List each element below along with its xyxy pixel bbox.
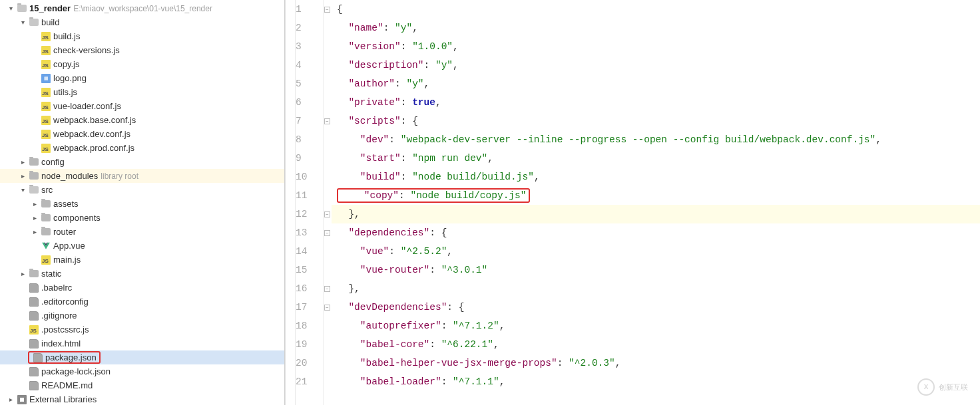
chevron-right-icon[interactable]: ▸ bbox=[17, 270, 28, 277]
code-token: "webpack-dev-server --inline --progress … bbox=[401, 134, 876, 145]
code-token: : bbox=[429, 339, 441, 350]
code-line[interactable]: "author": "y", bbox=[332, 74, 980, 93]
watermark-logo-icon: X bbox=[917, 378, 935, 396]
folder-icon bbox=[40, 228, 52, 235]
code-token: : { bbox=[401, 116, 418, 126]
tree-item-main-js[interactable]: JSmain.js bbox=[0, 253, 284, 267]
code-line[interactable]: }, bbox=[332, 205, 980, 223]
js-file-icon: JS bbox=[40, 144, 52, 153]
tree-item-components[interactable]: ▸components bbox=[0, 211, 284, 225]
tree-item-readme-md[interactable]: README.md bbox=[0, 378, 284, 392]
tree-item-label: copy.js bbox=[53, 59, 80, 69]
code-token bbox=[337, 227, 348, 238]
tree-item-webpack-prod-conf-js[interactable]: JSwebpack.prod.conf.js bbox=[0, 141, 284, 155]
code-line[interactable]: "devDependencies": { bbox=[332, 298, 980, 317]
fold-cell bbox=[324, 168, 332, 186]
tree-item--postcssrc-js[interactable]: JS.postcssrc.js bbox=[0, 323, 284, 337]
fold-gutter[interactable]: −−−−−− bbox=[324, 0, 332, 405]
tree-item-build[interactable]: ▾build bbox=[0, 15, 284, 29]
fold-toggle-icon[interactable]: − bbox=[324, 211, 330, 217]
code-line[interactable]: "name": "y", bbox=[332, 19, 980, 37]
code-line[interactable]: "babel-loader": "^7.1.1", bbox=[332, 372, 980, 391]
chevron-down-icon[interactable]: ▾ bbox=[17, 19, 28, 26]
code-token: "build" bbox=[360, 172, 401, 182]
code-line[interactable]: "copy": "node build/copy.js" bbox=[332, 186, 980, 205]
file-icon bbox=[28, 311, 40, 321]
fold-toggle-icon[interactable]: − bbox=[324, 118, 330, 124]
code-line[interactable]: }, bbox=[332, 279, 980, 298]
fold-toggle-icon[interactable]: − bbox=[324, 305, 330, 311]
tree-item-label: static bbox=[41, 269, 61, 279]
code-line[interactable]: "build": "node build/build.js", bbox=[332, 168, 980, 186]
tree-item-vue-loader-conf-js[interactable]: JSvue-loader.conf.js bbox=[0, 99, 284, 113]
code-line[interactable]: "version": "1.0.0", bbox=[332, 37, 980, 56]
chevron-right-icon[interactable]: ▸ bbox=[29, 200, 40, 207]
tree-item-build-js[interactable]: JSbuild.js bbox=[0, 29, 284, 43]
tree-item-utils-js[interactable]: JSutils.js bbox=[0, 85, 284, 99]
code-token: : bbox=[399, 190, 410, 201]
code-line[interactable]: "babel-core": "^6.22.1", bbox=[332, 335, 980, 354]
tree-item-webpack-base-conf-js[interactable]: JSwebpack.base.conf.js bbox=[0, 113, 284, 127]
fold-cell: − bbox=[324, 0, 332, 19]
code-token: "babel-loader" bbox=[360, 376, 441, 387]
tree-item--gitignore[interactable]: .gitignore bbox=[0, 309, 284, 323]
tree-item-index-html[interactable]: index.html bbox=[0, 337, 284, 350]
code-line[interactable]: "start": "npm run dev", bbox=[332, 149, 980, 168]
tree-item-check-versions-js[interactable]: JScheck-versions.js bbox=[0, 43, 284, 57]
code-token: : bbox=[557, 358, 569, 368]
tree-item-app-vue[interactable]: App.vue bbox=[0, 239, 284, 253]
code-line[interactable]: "private": true, bbox=[332, 93, 980, 112]
tree-item-assets[interactable]: ▸assets bbox=[0, 197, 284, 211]
path-hint: E:\miaov_workspace\01-vue\15_render bbox=[73, 4, 212, 13]
code-token: "description" bbox=[348, 60, 423, 70]
code-token: "y" bbox=[435, 60, 453, 70]
folder-icon bbox=[28, 270, 40, 277]
code-line[interactable]: "autoprefixer": "^7.1.2", bbox=[332, 317, 980, 335]
code-line[interactable]: "dependencies": { bbox=[332, 223, 980, 242]
code-area[interactable]: { "name": "y", "version": "1.0.0", "desc… bbox=[332, 0, 980, 405]
code-token: : bbox=[383, 23, 395, 33]
code-token bbox=[337, 153, 360, 164]
fold-toggle-icon[interactable]: − bbox=[324, 286, 330, 292]
fold-toggle-icon[interactable]: − bbox=[324, 230, 330, 236]
chevron-right-icon[interactable]: ▸ bbox=[5, 396, 16, 403]
tree-item-router[interactable]: ▸router bbox=[0, 225, 284, 239]
chevron-right-icon[interactable]: ▸ bbox=[17, 158, 28, 166]
code-token: : bbox=[389, 246, 400, 257]
tree-item-package-lock-json[interactable]: package-lock.json bbox=[0, 364, 284, 378]
tree-item-label: config bbox=[41, 157, 65, 167]
tree-item-src[interactable]: ▾src bbox=[0, 183, 284, 197]
code-token: "author" bbox=[348, 78, 395, 89]
code-line[interactable]: "scripts": { bbox=[332, 112, 980, 130]
code-line[interactable]: "vue": "^2.5.2", bbox=[332, 242, 980, 261]
line-number: 5 bbox=[296, 74, 315, 93]
tree-item-logo-png[interactable]: ▦logo.png bbox=[0, 71, 284, 85]
chevron-right-icon[interactable]: ▸ bbox=[29, 214, 40, 221]
tree-item-static[interactable]: ▸static bbox=[0, 267, 284, 281]
tree-item-package-json[interactable]: package.json bbox=[0, 350, 284, 364]
code-line[interactable]: "description": "y", bbox=[332, 56, 980, 74]
fold-toggle-icon[interactable]: − bbox=[324, 7, 330, 13]
file-icon bbox=[28, 283, 40, 293]
chevron-down-icon[interactable]: ▾ bbox=[17, 186, 28, 194]
project-tree[interactable]: ▾15_renderE:\miaov_workspace\01-vue\15_r… bbox=[0, 0, 285, 405]
chevron-down-icon[interactable]: ▾ bbox=[5, 5, 16, 12]
chevron-right-icon[interactable]: ▸ bbox=[17, 172, 28, 180]
code-token bbox=[337, 116, 348, 126]
tree-item-node-modules[interactable]: ▸node_moduleslibrary root bbox=[0, 169, 284, 183]
tree-item-copy-js[interactable]: JScopy.js bbox=[0, 57, 284, 71]
tree-item-label: package.json bbox=[45, 352, 97, 362]
tree-item-webpack-dev-conf-js[interactable]: JSwebpack.dev.conf.js bbox=[0, 127, 284, 141]
chevron-right-icon[interactable]: ▸ bbox=[29, 228, 40, 235]
code-line[interactable]: "babel-helper-vue-jsx-merge-props": "^2.… bbox=[332, 354, 980, 372]
tree-item--babelrc[interactable]: .babelrc bbox=[0, 281, 284, 295]
code-line[interactable]: "dev": "webpack-dev-server --inline --pr… bbox=[332, 130, 980, 149]
tree-item--editorconfig[interactable]: .editorconfig bbox=[0, 295, 284, 309]
tree-item-config[interactable]: ▸config bbox=[0, 155, 284, 169]
code-line[interactable]: "vue-router": "^3.0.1" bbox=[332, 261, 980, 279]
external-libraries[interactable]: ▸External Libraries bbox=[0, 392, 284, 405]
code-line[interactable]: { bbox=[332, 0, 980, 19]
code-token: "^3.0.1" bbox=[441, 265, 488, 275]
tree-item-15-render[interactable]: ▾15_renderE:\miaov_workspace\01-vue\15_r… bbox=[0, 1, 284, 15]
code-editor[interactable]: 123456789101112131415161718192021 −−−−−−… bbox=[296, 0, 980, 405]
